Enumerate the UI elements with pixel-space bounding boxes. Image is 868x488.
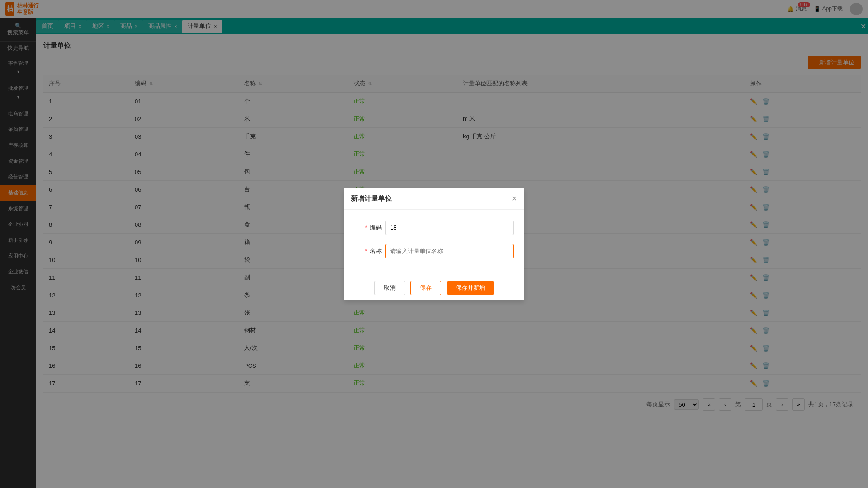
name-input[interactable]	[385, 244, 514, 258]
form-row-code: * 编码	[354, 221, 514, 235]
modal-body: * 编码 * 名称	[344, 210, 524, 275]
code-input[interactable]	[385, 221, 514, 235]
save-and-add-button[interactable]: 保存并新增	[447, 281, 494, 295]
form-row-name: * 名称	[354, 244, 514, 258]
name-label: * 名称	[354, 247, 382, 255]
modal-header: 新增计量单位 ✕	[344, 188, 524, 210]
modal-overlay[interactable]: 新增计量单位 ✕ * 编码 * 名称 取消 保存 保存并新增	[0, 0, 868, 488]
required-mark-code: *	[365, 224, 367, 231]
save-button[interactable]: 保存	[410, 281, 441, 295]
required-mark-name: *	[365, 248, 367, 254]
cancel-button[interactable]: 取消	[374, 281, 405, 295]
modal-close-button[interactable]: ✕	[511, 194, 517, 203]
code-label: * 编码	[354, 224, 382, 232]
modal-title: 新增计量单位	[351, 194, 392, 203]
modal-footer: 取消 保存 保存并新增	[344, 275, 524, 300]
add-unit-modal: 新增计量单位 ✕ * 编码 * 名称 取消 保存 保存并新增	[344, 188, 524, 300]
